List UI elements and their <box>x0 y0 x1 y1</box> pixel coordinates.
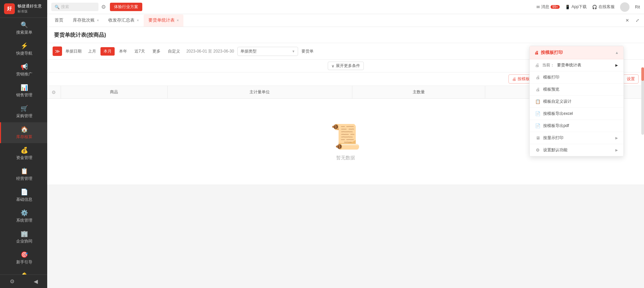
sidebar-item-label: 采购管理 <box>16 113 32 119</box>
close-tab-action[interactable]: ✕ <box>623 17 631 25</box>
sidebar-item-label: 快捷导航 <box>16 51 32 56</box>
right-scrollbar[interactable] <box>641 67 644 135</box>
set-default-icon: ⚙ <box>535 148 540 153</box>
expand-filters-button[interactable]: ∨ 展开更多条件 <box>328 62 364 70</box>
export-excel-icon: 📄 <box>535 111 540 116</box>
tab-batch-label: 库存批次账 <box>73 17 95 23</box>
sidebar-item-operation[interactable]: 📋 经营管理 <box>0 164 47 185</box>
order-type-arrow-icon: ▼ <box>292 50 295 53</box>
sidebar-footer: ⚙ ◀ <box>0 275 47 288</box>
date-btn-last-7-days[interactable]: 近7天 <box>131 47 148 56</box>
inventory-icon: 🏠 <box>21 126 28 133</box>
current-template-icon: 🖨 <box>535 63 539 68</box>
sidebar-item-label: 资金管理 <box>16 155 32 161</box>
date-btn-custom[interactable]: 自定义 <box>165 47 183 56</box>
sidebar-item-purchase[interactable]: 🛒 采购管理 <box>0 101 47 122</box>
marketing-icon: 📢 <box>21 63 28 70</box>
col-header-quantity: 主数量 <box>352 86 485 99</box>
tab-home-label: 首页 <box>55 17 63 23</box>
tab-batch-close[interactable]: × <box>97 18 99 22</box>
dropdown-title: 🖨 按模板打印 <box>534 50 563 56</box>
date-buttons: 上月 本月 本年 近7天 更多 自定义 <box>85 47 183 56</box>
tab-summary[interactable]: 收发存汇总表 × <box>104 14 143 27</box>
sales-icon: 📊 <box>21 84 28 91</box>
sidebar-item-system[interactable]: ⚙️ 系统管理 <box>0 206 47 227</box>
sidebar-item-label: 库存核算 <box>16 134 32 140</box>
sidebar-item-finance[interactable]: 💰 资金管理 <box>0 143 47 164</box>
table-settings-icon[interactable]: ⚙ <box>52 90 56 95</box>
dropdown-item-export-pdf[interactable]: 📄 按模板导出pdf <box>530 120 623 132</box>
date-btn-this-year[interactable]: 本年 <box>116 47 130 56</box>
expand-tab-action[interactable]: ⤢ <box>633 17 641 25</box>
empty-state-text: 暂无数据 <box>336 155 355 161</box>
app-download-button[interactable]: 📱 App下载 <box>565 4 587 10</box>
apps-icon: 🔔 <box>21 272 28 275</box>
filter-toggle-icon: ≫ <box>55 49 60 54</box>
date-btn-last-month[interactable]: 上月 <box>85 47 99 56</box>
promo-button[interactable]: 体验行业方案 <box>110 3 142 11</box>
collapse-sidebar-icon[interactable]: ◀ <box>34 278 38 285</box>
system-icon: ⚙️ <box>21 209 28 217</box>
dropdown-item-display-print[interactable]: 🖥 按显示打印 ▶ <box>530 132 623 144</box>
template-print-icon: 🖨 <box>535 75 540 80</box>
dropdown-header: 🖨 按模板打印 ▲ <box>530 46 623 59</box>
finance-icon: 💰 <box>21 147 28 154</box>
operation-icon: 📋 <box>21 167 28 175</box>
dropdown-item-export-excel[interactable]: 📄 按模板导出excel <box>530 108 623 120</box>
sidebar-item-search[interactable]: 🔍 搜索菜单 <box>0 18 47 39</box>
dropdown-item-template-print[interactable]: 🖨 模板打印 <box>530 71 623 84</box>
guide-icon: 🎯 <box>21 251 28 258</box>
app-logo-icon: 好 <box>4 3 15 14</box>
date-range-display: 2023-06-01 至 2023-06-30 <box>186 49 234 54</box>
order-type-label: 单据类型 <box>240 49 257 54</box>
print-dropdown-popup: 🖨 按模板打印 ▲ 🖨 当前： 要货单统计表 ▶ 🖨 模板打印 🖨 模板预览 📋… <box>529 46 624 157</box>
tab-summary-close[interactable]: × <box>137 18 139 22</box>
current-template-item[interactable]: 🖨 当前： 要货单统计表 ▶ <box>530 59 623 71</box>
sidebar-item-basic[interactable]: 📄 基础信息 <box>0 185 47 206</box>
sidebar-item-inventory[interactable]: 🏠 库存核算 <box>0 122 47 143</box>
sidebar-item-marketing[interactable]: 📢 营销推广 <box>0 60 47 81</box>
order-cat-label: 要货单 <box>301 49 314 54</box>
dropdown-item-set-default[interactable]: ⚙ 设置默认功能 ▶ <box>530 144 623 156</box>
settings-button[interactable]: 设置 <box>623 74 639 84</box>
tab-batch[interactable]: 库存批次账 × <box>68 14 104 27</box>
basic-icon: 📄 <box>21 188 28 196</box>
username-label: Rit <box>635 5 640 9</box>
tab-order-stats-close[interactable]: × <box>177 18 179 22</box>
template-design-icon: 📋 <box>535 99 540 104</box>
topbar-gear-icon[interactable]: ⚙ <box>101 4 106 10</box>
topbar: 🔍 搜索 ⚙ 体验行业方案 ✉ 消息 99+ 📱 App下载 🎧 在线客服 Ri… <box>47 0 644 14</box>
dropdown-collapse-icon[interactable]: ▲ <box>615 51 619 55</box>
sidebar-item-apps[interactable]: 🔔 应用中心 <box>0 268 47 275</box>
export-pdf-icon: 📄 <box>535 123 540 128</box>
sidebar-item-quick-nav[interactable]: ⚡ 快捷导航 <box>0 39 47 60</box>
messages-button[interactable]: ✉ 消息 99+ <box>536 4 560 10</box>
dropdown-item-template-preview[interactable]: 🖨 模板预览 <box>530 84 623 96</box>
user-avatar[interactable] <box>620 2 630 12</box>
page-title: 要货单统计表(按商品) <box>54 32 637 39</box>
tab-actions: ✕ ⤢ <box>623 17 641 25</box>
topbar-search[interactable]: 🔍 搜索 <box>51 3 98 11</box>
settings-footer-icon[interactable]: ⚙ <box>10 278 14 285</box>
sidebar-item-label: 销售管理 <box>16 92 32 98</box>
sidebar-item-enterprise[interactable]: 🏢 企业协同 <box>0 227 47 248</box>
dropdown-section: 🖨 当前： 要货单统计表 ▶ 🖨 模板打印 🖨 模板预览 📋 模板自定义设计 📄… <box>530 59 623 156</box>
order-type-select[interactable]: 单据类型 ▼ <box>237 47 298 56</box>
sidebar-nav: 🔍 搜索菜单 ⚡ 快捷导航 📢 营销推广 📊 销售管理 🛒 采购管理 🏠 库存核… <box>0 18 47 275</box>
purchase-icon: 🛒 <box>21 105 28 112</box>
sidebar-item-label: 经营管理 <box>16 176 32 182</box>
current-template-arrow: ▶ <box>615 63 618 67</box>
date-label: 单据日期 <box>65 49 82 54</box>
sidebar-item-sales[interactable]: 📊 销售管理 <box>0 81 47 101</box>
sidebar-item-guide[interactable]: 🎯 新手引导 <box>0 248 47 268</box>
online-service-button[interactable]: 🎧 在线客服 <box>592 4 615 10</box>
date-btn-this-month[interactable]: 本月 <box>100 47 115 56</box>
dropdown-item-template-design[interactable]: 📋 模板自定义设计 <box>530 96 623 108</box>
current-template-label-text: 当前： <box>542 62 554 68</box>
date-btn-more[interactable]: 更多 <box>149 47 164 56</box>
tab-home[interactable]: 首页 <box>50 14 68 27</box>
download-icon: 📱 <box>565 5 570 9</box>
tab-order-stats[interactable]: 要货单统计表 × <box>144 14 183 27</box>
page-header: 要货单统计表(按商品) <box>47 27 644 43</box>
filter-toggle-button[interactable]: ≫ <box>53 46 62 56</box>
